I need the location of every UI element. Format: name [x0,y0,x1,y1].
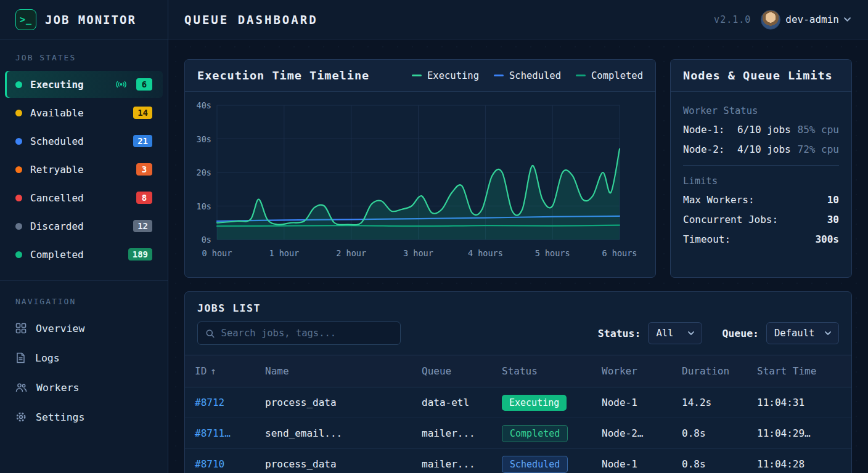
svg-text:0s: 0s [202,235,211,245]
execution-time-chart: 0s10s20s30s40s0 hour1 hour2 hour3 hour4 … [187,98,642,262]
sidebar-item-workers[interactable]: Workers [5,374,163,401]
limit-value: 300s [815,233,839,245]
limit-label: Timeout: [683,233,731,245]
nodes-card-title: Nodes & Queue Limits [683,69,833,82]
legend-item-completed[interactable]: Completed [576,70,643,81]
job-status-cell: Completed [502,425,602,442]
column-header-start-time[interactable]: Start Time [757,365,851,377]
avatar[interactable] [761,10,780,30]
live-signal-icon [115,80,127,89]
job-worker: Node-2… [602,427,682,439]
sidebar-state-scheduled[interactable]: Scheduled21 [5,127,163,155]
status-filter-label: Status: [598,328,641,339]
job-id-link[interactable]: #8711… [195,427,265,439]
state-label: Scheduled [30,135,125,147]
chevron-down-icon [825,331,831,335]
sidebar-item-overview[interactable]: Overview [5,315,163,342]
svg-text:40s: 40s [197,100,211,110]
job-start-time: 11:04:28 [757,458,851,470]
legend-label: Scheduled [509,70,561,81]
terminal-logo-icon: >_ [15,9,36,30]
top-bar: >_ JOB MONITOR QUEUE DASHBOARD v2.1.0 de… [0,0,868,39]
state-dot-icon [15,110,22,116]
column-header-queue[interactable]: Queue [422,365,502,377]
main-content: Execution Time Timeline ExecutingSchedul… [168,39,868,473]
status-filter-select[interactable]: All [648,322,702,344]
chevron-down-icon [688,331,694,335]
sidebar-item-settings[interactable]: Settings [5,403,163,431]
table-row[interactable]: #8711…send_email...mailer...CompletedNod… [185,418,851,449]
nodes-card: Nodes & Queue Limits Worker Status Node-… [670,59,852,278]
filters: Status: All Queue: Default [598,322,839,344]
limit-row-timeout: Timeout:300s [683,233,839,245]
svg-text:4 hours: 4 hours [468,248,503,258]
state-label: Completed [30,249,120,261]
user-menu[interactable]: dev-admin [761,10,851,30]
jobs-card-header: JOBS LIST [185,292,851,321]
queue-filter-select[interactable]: Default [766,322,839,344]
nav-item-label: Overview [36,323,84,334]
column-header-duration[interactable]: Duration [682,365,757,377]
nav-item-label: Settings [36,411,84,423]
legend-item-scheduled[interactable]: Scheduled [494,70,561,81]
nav-item-label: Logs [35,352,60,364]
node-name: Node-1: [683,124,737,135]
search-input[interactable] [221,328,393,339]
job-states-section: JOB STATES Executing6Available14Schedule… [0,53,168,281]
table-row[interactable]: #8710process_datamailer...ScheduledNode-… [185,449,851,473]
node-name: Node-2: [683,144,737,155]
job-queue: mailer... [422,427,502,439]
sidebar-state-completed[interactable]: Completed189 [5,241,163,268]
queue-filter-value: Default [774,328,814,339]
app-root: >_ JOB MONITOR QUEUE DASHBOARD v2.1.0 de… [0,0,868,473]
state-count-badge: 3 [136,163,152,176]
jobs-card: JOBS LIST Status: All Queue: [184,291,852,473]
legend-label: Executing [427,70,479,81]
chart-legend: ExecutingScheduledCompleted [412,70,643,81]
legend-dash-icon [576,75,586,77]
column-label: Status [502,365,538,377]
state-dot-icon [15,138,22,145]
limit-label: Concurrent Jobs: [683,214,778,225]
column-label: Queue [422,365,451,377]
column-header-worker[interactable]: Worker [602,365,682,377]
job-start-time: 11:04:31 [757,397,851,408]
logs-icon [15,352,26,363]
table-row[interactable]: #8712process_datadata-etlExecutingNode-1… [185,387,851,418]
jobs-card-title: JOBS LIST [197,302,839,314]
legend-item-executing[interactable]: Executing [412,70,479,81]
column-label: Duration [682,365,729,377]
timeline-card: Execution Time Timeline ExecutingSchedul… [184,59,656,278]
job-name: send_email... [265,427,422,439]
sidebar-item-logs[interactable]: Logs [5,344,163,371]
job-status-cell: Executing [502,395,602,411]
divider [683,165,839,166]
sidebar-state-cancelled[interactable]: Cancelled8 [5,184,163,211]
job-id-link[interactable]: #8710 [195,458,265,470]
svg-text:1 hour: 1 hour [269,248,299,258]
column-header-status[interactable]: Status [502,365,602,377]
state-count-badge: 6 [136,78,152,91]
status-badge: Executing [502,395,567,411]
job-start-time: 11:04:29… [757,427,851,439]
svg-text:3 hour: 3 hour [403,248,433,258]
navigation-header: NAVIGATION [0,297,168,306]
job-id-link[interactable]: #8712 [195,397,265,408]
search-box [197,321,401,345]
state-dot-icon [15,223,22,230]
status-badge: Completed [502,425,568,442]
column-header-id[interactable]: ID↑ [195,365,265,377]
chart-area: 0s10s20s30s40s0 hour1 hour2 hour3 hour4 … [185,92,655,277]
job-name: process_data [265,458,422,470]
sidebar-state-available[interactable]: Available14 [5,99,163,126]
job-status-cell: Scheduled [502,456,602,473]
column-header-name[interactable]: Name [265,365,422,377]
state-label: Available [30,107,125,119]
sidebar-state-retryable[interactable]: Retryable3 [5,156,163,183]
gear-icon [15,411,27,422]
job-duration: 0.8s [682,427,757,439]
state-label: Retryable [30,164,128,176]
sidebar-state-executing[interactable]: Executing6 [5,71,163,98]
top-row: Execution Time Timeline ExecutingSchedul… [184,59,852,278]
sidebar-state-discarded[interactable]: Discarded12 [5,212,163,240]
